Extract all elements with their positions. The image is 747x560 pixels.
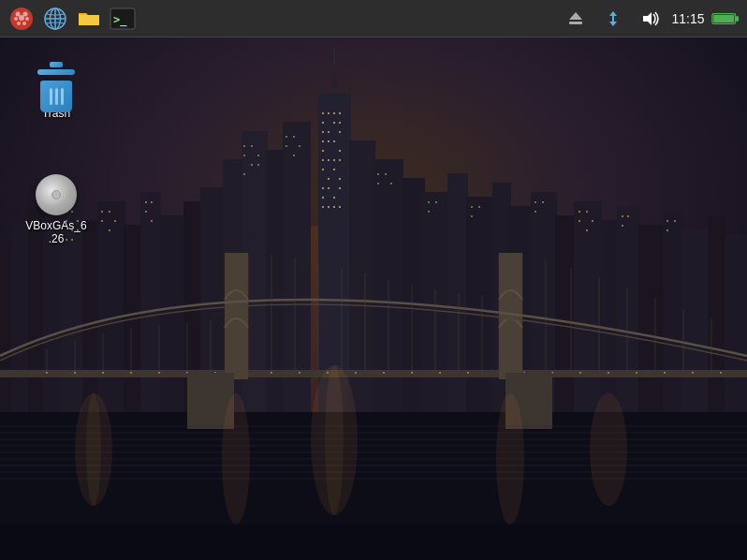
svg-rect-220 [0,524,747,560]
svg-rect-44 [349,140,375,431]
svg-marker-18 [609,22,617,26]
svg-rect-107 [145,201,147,203]
svg-rect-90 [322,206,324,208]
svg-rect-77 [322,159,324,161]
battery-icon [711,11,740,26]
eject-icon [567,10,584,27]
battery-indicator [711,5,740,33]
trash-desktop-icon[interactable]: Trash [19,56,94,125]
volume-button[interactable] [637,5,665,33]
svg-rect-85 [322,187,324,189]
svg-point-3 [14,17,18,21]
svg-rect-58 [663,211,683,431]
svg-point-5 [17,22,21,25]
svg-rect-116 [622,215,623,217]
svg-rect-22 [736,16,740,21]
svg-rect-84 [339,178,341,180]
svg-point-187 [299,372,300,374]
svg-rect-65 [339,112,341,114]
desktop: Trash VBoxGAs_6.26 [0,37,747,560]
svg-rect-119 [666,220,668,222]
taskbar-left: >_ [7,5,137,33]
svg-point-198 [636,372,637,374]
raspberry-pi-icon [9,7,34,31]
taskbar-right: 11:15 [562,5,740,33]
svg-rect-21 [713,15,734,22]
svg-rect-89 [333,197,335,199]
svg-rect-133 [293,155,295,156]
svg-rect-109 [145,211,147,213]
vbox-cd-label: VBoxGAs_6.26 [24,219,88,245]
svg-point-186 [271,372,272,374]
svg-rect-64 [333,112,335,114]
svg-point-219 [86,393,101,506]
transfer-icon [605,10,622,27]
svg-rect-86 [328,187,330,189]
svg-point-190 [383,372,385,374]
svg-rect-105 [114,220,116,222]
svg-rect-126 [251,164,253,166]
svg-rect-136 [377,183,379,184]
svg-rect-140 [428,211,430,213]
svg-rect-74 [333,140,335,142]
svg-rect-15 [569,22,582,24]
svg-rect-69 [322,131,324,133]
svg-point-191 [411,372,413,374]
svg-rect-40 [283,122,311,431]
svg-rect-141 [471,206,473,208]
svg-point-179 [46,372,48,374]
taskbar: >_ [0,0,747,37]
app-menu-button[interactable] [7,5,36,33]
svg-rect-121 [666,229,668,231]
svg-rect-59 [681,229,710,431]
svg-rect-114 [592,220,593,222]
svg-rect-88 [322,197,324,199]
svg-rect-138 [428,201,430,203]
svg-rect-137 [390,183,392,184]
svg-rect-123 [251,145,253,147]
transfer-button[interactable] [599,5,627,33]
filemanager-button[interactable] [75,5,103,33]
eject-button[interactable] [562,5,590,33]
svg-rect-87 [339,187,341,189]
svg-rect-149 [0,370,747,377]
folder-icon [77,7,101,31]
desktop-background [0,37,747,560]
svg-rect-129 [286,136,287,138]
svg-rect-26 [11,225,30,431]
clock-time: 11:15 [671,11,704,26]
svg-rect-108 [151,201,153,203]
trash-icon-graphic [37,62,76,103]
svg-rect-150 [225,253,248,379]
svg-rect-78 [328,159,330,161]
terminal-button[interactable]: >_ [109,5,137,33]
svg-point-2 [23,11,28,16]
svg-rect-63 [328,112,330,114]
svg-rect-32 [124,225,142,431]
svg-rect-93 [339,206,341,208]
svg-rect-76 [339,150,341,152]
svg-point-182 [130,372,132,374]
svg-rect-83 [328,178,330,180]
svg-rect-75 [322,150,324,152]
svg-rect-134 [377,173,379,175]
svg-rect-132 [299,145,300,147]
svg-marker-19 [643,12,652,25]
svg-point-192 [439,372,441,374]
svg-rect-131 [286,145,287,147]
svg-rect-72 [322,140,324,142]
svg-point-180 [74,372,76,374]
svg-point-214 [222,393,250,524]
svg-point-7 [19,15,24,21]
vbox-cd-desktop-icon[interactable]: VBoxGAs_6.26 [19,169,94,251]
svg-rect-60 [708,215,726,431]
svg-rect-104 [101,220,103,222]
volume-icon [641,10,660,27]
svg-rect-128 [243,173,245,175]
cd-icon-graphic [36,174,77,215]
browser-button[interactable] [41,5,69,33]
svg-rect-124 [243,155,245,156]
svg-marker-17 [609,11,617,16]
terminal-icon: >_ [110,7,136,30]
svg-rect-115 [586,229,588,231]
